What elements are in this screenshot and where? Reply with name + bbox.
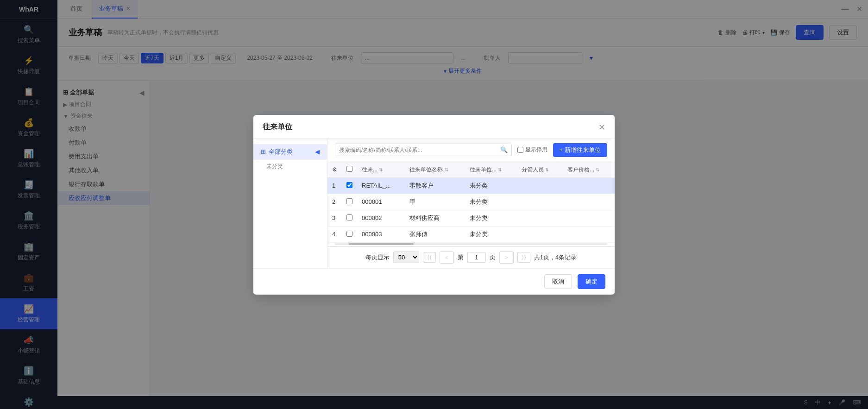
per-page-label: 每页显示 [365,253,390,262]
search-icon[interactable]: 🔍 [497,144,511,156]
row-select-checkbox[interactable] [346,198,352,204]
cancel-button[interactable]: 取消 [544,274,572,289]
grid-icon: ⊞ [261,148,266,155]
row-settings: 1 [327,177,342,194]
modal-table: ⚙ 往来... ⇅ 往来单位名称 ⇅ 往来单位... ⇅ 分管人员 ⇅ 客户价格… [327,162,615,243]
page-last-button[interactable]: ⟩⟩ [517,252,530,263]
row-code: RETAIL_... [357,177,405,194]
row-category: 未分类 [465,177,517,194]
cat-all-label: 全部分类 [269,148,293,156]
row-settings: 2 [327,194,342,210]
row-salesperson [517,194,563,210]
page-label-text: 第 [458,253,464,262]
row-name: 甲 [405,194,465,210]
modal-close-button[interactable]: ✕ [598,122,605,132]
page-prev-button[interactable]: ＜ [440,252,454,264]
row-settings: 4 [327,226,342,242]
sort-icon: ⇅ [545,167,549,172]
row-checkbox[interactable] [342,210,357,226]
select-all-checkbox[interactable] [346,166,352,172]
modal-search-box: 🔍 [335,144,512,156]
table-row[interactable]: 4 000003 张师傅 未分类 [327,226,615,242]
modal-cat-unclassified[interactable]: 未分类 [253,160,327,173]
confirm-button[interactable]: 确定 [578,274,605,289]
scroll-thumb[interactable] [349,243,414,245]
show-disabled-label[interactable]: 显示停用 [517,146,547,154]
row-select-checkbox[interactable] [346,182,352,188]
row-category: 未分类 [465,226,517,242]
th-price-level: 客户价格... ⇅ [563,162,615,178]
row-settings: 3 [327,210,342,226]
modal-search-input[interactable] [335,145,497,156]
modal-category-panel: ⊞ 全部分类 ◀ 未分类 [253,138,327,268]
modal-toolbar: 🔍 显示停用 + 新增往来单位 [327,138,615,162]
th-code: 往来... ⇅ [357,162,405,178]
modal-pagination: 每页显示 50 100 200 ⟨⟨ ＜ 第 页 ＞ ⟩⟩ 共1页，4条记录 [327,246,615,268]
row-checkbox[interactable] [342,226,357,242]
modal-overlay[interactable]: 往来单位 ✕ ⊞ 全部分类 ◀ 未分类 [0,0,868,409]
sort-icon: ⇅ [596,167,599,172]
row-price-level [563,226,615,242]
row-name: 零散客户 [405,177,465,194]
modal-cat-all[interactable]: ⊞ 全部分类 ◀ [253,144,327,160]
modal-scrollbar [327,243,615,246]
row-checkbox[interactable] [342,194,357,210]
show-disabled-text: 显示停用 [525,146,547,154]
counterpart-table: ⚙ 往来... ⇅ 往来单位名称 ⇅ 往来单位... ⇅ 分管人员 ⇅ 客户价格… [327,162,615,243]
modal-header: 往来单位 ✕ [253,115,615,138]
row-select-checkbox[interactable] [346,231,352,237]
table-header-row: ⚙ 往来... ⇅ 往来单位名称 ⇅ 往来单位... ⇅ 分管人员 ⇅ 客户价格… [327,162,615,178]
modal-right-panel: 🔍 显示停用 + 新增往来单位 ⚙ [327,138,615,268]
sort-icon: ⇅ [498,167,502,172]
row-price-level [563,194,615,210]
th-salesperson: 分管人员 ⇅ [517,162,563,178]
row-name: 张师傅 [405,226,465,242]
modal-title: 往来单位 [263,122,292,132]
table-row[interactable]: 2 000001 甲 未分类 [327,194,615,210]
cat-unclassified-label: 未分类 [266,163,283,170]
row-salesperson [517,177,563,194]
modal-dialog: 往来单位 ✕ ⊞ 全部分类 ◀ 未分类 [253,115,615,295]
sort-icon: ⇅ [445,167,448,172]
scroll-track[interactable] [335,243,607,245]
row-name: 材料供应商 [405,210,465,226]
th-name: 往来单位名称 ⇅ [405,162,465,178]
modal-body: ⊞ 全部分类 ◀ 未分类 🔍 显示停用 [253,138,615,268]
table-row[interactable]: 1 RETAIL_... 零散客户 未分类 [327,177,615,194]
modal-footer: 取消 确定 [253,268,615,295]
table-row[interactable]: 3 000002 材料供应商 未分类 [327,210,615,226]
th-settings[interactable]: ⚙ [327,162,342,178]
add-counterpart-button[interactable]: + 新增往来单位 [553,143,607,157]
page-first-button[interactable]: ⟨⟨ [423,252,436,263]
per-page-select[interactable]: 50 100 200 [393,252,419,263]
th-checkbox [342,162,357,178]
show-disabled-checkbox[interactable] [517,147,523,153]
sort-icon: ⇅ [379,167,383,172]
row-price-level [563,177,615,194]
row-code: 000003 [357,226,405,242]
th-category: 往来单位... ⇅ [465,162,517,178]
row-category: 未分类 [465,194,517,210]
total-label: 共1页，4条记录 [534,253,577,262]
page-next-button[interactable]: ＞ [499,252,514,264]
row-select-checkbox[interactable] [346,214,352,220]
row-price-level [563,210,615,226]
page-unit-label: 页 [490,253,496,262]
chevron-left-icon: ◀ [315,148,320,155]
row-code: 000001 [357,194,405,210]
row-salesperson [517,226,563,242]
row-code: 000002 [357,210,405,226]
page-number-input[interactable] [467,252,486,263]
row-checkbox[interactable] [342,177,357,194]
row-salesperson [517,210,563,226]
row-category: 未分类 [465,210,517,226]
